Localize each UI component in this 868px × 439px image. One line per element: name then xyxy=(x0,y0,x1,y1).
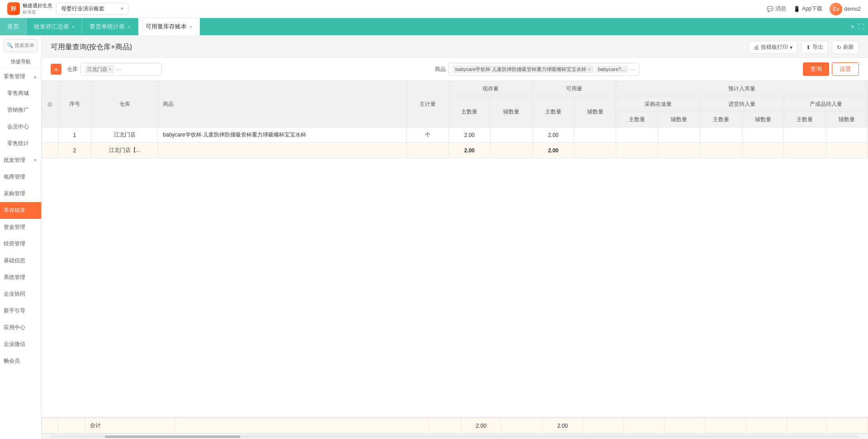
footer-available-main: 2.00 xyxy=(542,418,583,434)
setting-button[interactable]: 设置 xyxy=(832,62,859,76)
warehouse-filter-group: 仓库 江北门店 × ··· xyxy=(67,63,429,76)
warehouse-input[interactable]: 江北门店 × ··· xyxy=(80,63,162,76)
sidebar-item-operations[interactable]: 经营管理 xyxy=(0,236,41,252)
scrollbar-thumb[interactable] xyxy=(105,435,241,438)
cell-settings-sub xyxy=(42,143,58,158)
phone-icon: 📱 xyxy=(793,6,800,12)
horizontal-scrollbar[interactable] xyxy=(51,435,859,438)
product-input[interactable]: babycare学饮杯 儿童防摔防撞吸管杯重力球吸嘴杯宝宝水杯 × babyca… xyxy=(448,63,639,76)
filter-buttons: 查询 设置 xyxy=(803,62,859,76)
th-warehouse: 仓库 xyxy=(91,81,158,127)
nav-tab-end: × ⛶ xyxy=(847,18,868,35)
sidebar-item-app-center[interactable]: 应用中心 xyxy=(0,319,41,336)
sidebar-search-area: 🔍 搜索菜单 xyxy=(0,35,41,56)
th-settings: ⚙ xyxy=(42,81,58,127)
sidebar-item-stock-audit[interactable]: 库存核算 xyxy=(0,202,41,219)
chevron-down-icon: ▾ xyxy=(121,5,123,12)
footer-incoming-main xyxy=(705,418,746,434)
th-incoming-group: 进货待入量 xyxy=(700,97,783,112)
table-row: 1 江北门店 babycare学饮杯 儿童防摔防撞吸管杯重力球吸嘴杯宝宝水杯 个… xyxy=(42,127,868,143)
footer-purchase-aux xyxy=(665,418,705,434)
cell-onhand-main: 2.00 xyxy=(448,127,491,143)
product-more-dots[interactable]: ··· xyxy=(630,66,635,73)
th-planned-in-group: 预计入库量 xyxy=(616,81,868,97)
th-production-group: 产成品待入量 xyxy=(784,97,868,112)
user-avatar-button[interactable]: Ea demo2 xyxy=(830,3,861,15)
sidebar-item-retail-mgmt[interactable]: 零售管理 ▲ xyxy=(0,68,41,85)
tab-order-stats-close[interactable]: × xyxy=(127,24,130,29)
th-unit: 主计量 xyxy=(406,81,448,127)
sidebar-item-marketing[interactable]: 营销推广 xyxy=(0,102,41,118)
footer-incoming-aux xyxy=(746,418,787,434)
logo-text-block: 畅捷通好生意 标准版 xyxy=(23,2,52,15)
tab-receivables-close[interactable]: × xyxy=(72,24,75,29)
tab-available-stock-label: 可用量库存账本 xyxy=(146,23,187,31)
cell-incoming-main-sub xyxy=(700,143,742,158)
tab-receivables[interactable]: 收发存汇总表 × xyxy=(27,18,82,35)
footer-onhand-aux xyxy=(502,418,542,434)
sidebar-item-ecommerce[interactable]: 电商管理 xyxy=(0,169,41,185)
th-available-aux: 辅数量 xyxy=(574,97,616,127)
tab-available-stock[interactable]: 可用量库存账本 × xyxy=(138,18,200,35)
sidebar-item-basic-info[interactable]: 基础信息 xyxy=(0,252,41,269)
product-tag-1-remove[interactable]: × xyxy=(588,66,590,72)
sidebar-item-retail-mall[interactable]: 零售商城 xyxy=(0,85,41,102)
export-button[interactable]: ⬆ 导出 xyxy=(801,41,828,54)
sidebar-item-guide[interactable]: 新手引导 xyxy=(0,302,41,319)
warehouse-more-dots[interactable]: ··· xyxy=(116,66,121,73)
cell-settings xyxy=(42,127,58,143)
message-button[interactable]: 💬 消息 xyxy=(767,5,786,13)
cell-production-aux xyxy=(826,127,868,143)
tab-available-stock-close[interactable]: × xyxy=(189,24,192,29)
sidebar-item-wholesale-mgmt[interactable]: 批发管理 ▼ xyxy=(0,152,41,169)
industry-selector[interactable]: 母婴行业演示账套 ▾ xyxy=(56,3,128,15)
filter-toggle-button[interactable]: » xyxy=(51,64,61,75)
footer-onhand-main: 2.00 xyxy=(461,418,502,434)
tab-home[interactable]: 首页 xyxy=(0,18,27,35)
table-row-subtotal: 2 江北门店【... 2.00 2.00 xyxy=(42,143,868,158)
close-all-tabs-button[interactable]: × xyxy=(851,23,854,30)
query-button[interactable]: 查询 xyxy=(803,62,829,76)
sidebar-item-enterprise[interactable]: 企业协同 xyxy=(0,286,41,302)
cell-incoming-aux xyxy=(742,127,784,143)
cell-product: babycare学饮杯 儿童防摔防撞吸管杯重力球吸嘴杯宝宝水杯 xyxy=(158,127,406,143)
sidebar-item-wechat[interactable]: 企业微信 xyxy=(0,336,41,353)
chevron-down-icon: ▼ xyxy=(33,158,38,163)
sidebar-item-retail-stats[interactable]: 零售统计 xyxy=(0,135,41,152)
cell-onhand-aux xyxy=(491,127,533,143)
refresh-button[interactable]: ↻ 刷新 xyxy=(832,41,859,54)
cell-purchase-aux xyxy=(658,127,700,143)
th-available-main: 主数量 xyxy=(532,97,574,127)
print-button[interactable]: 🖨 按模板打印 ▾ xyxy=(749,41,797,54)
cell-no-sub: 2 xyxy=(58,143,91,158)
sidebar-item-purchase[interactable]: 采购管理 xyxy=(0,185,41,202)
table-area: ⚙ 序号 仓库 商品 主计量 现存量 可用量 预计入库量 主数量 辅数量 主数量 xyxy=(42,81,868,417)
tab-home-label: 首页 xyxy=(7,23,19,31)
table-footer: 合计 2.00 2.00 xyxy=(42,417,868,434)
app-download-button[interactable]: 📱 App下载 xyxy=(793,5,822,13)
cell-no: 1 xyxy=(58,127,91,143)
product-tag-2: babycare?... xyxy=(595,66,628,73)
expand-button[interactable]: ⛶ xyxy=(858,23,864,30)
search-menu-button[interactable]: 🔍 搜索菜单 xyxy=(4,39,38,52)
footer-production-aux xyxy=(827,418,868,434)
warehouse-tag-remove[interactable]: × xyxy=(108,66,111,72)
footer-cell-settings xyxy=(42,418,58,434)
product-label: 商品 xyxy=(435,66,446,73)
cell-unit: 个 xyxy=(406,127,448,143)
sidebar-item-member[interactable]: 畅会员 xyxy=(0,353,41,369)
scroll-bar-area xyxy=(42,434,868,439)
sidebar-item-quick-nav[interactable]: 快捷导航 xyxy=(0,56,41,68)
sidebar-item-member-center[interactable]: 会员中心 xyxy=(0,118,41,135)
cell-available-aux xyxy=(574,127,616,143)
sidebar-item-system[interactable]: 系统管理 xyxy=(0,269,41,286)
sidebar-item-finance[interactable]: 资金管理 xyxy=(0,219,41,236)
tab-receivables-label: 收发存汇总表 xyxy=(34,23,69,31)
warehouse-tag: 江北门店 × xyxy=(85,65,114,74)
filter-area: » 仓库 江北门店 × ··· 商品 babycare学饮杯 儿童防摔防撞吸管杯… xyxy=(42,58,868,81)
content-area: 可用量查询(按仓库+商品) 🖨 按模板打印 ▾ ⬆ 导出 ↻ 刷新 » xyxy=(42,35,868,439)
data-table: ⚙ 序号 仓库 商品 主计量 现存量 可用量 预计入库量 主数量 辅数量 主数量 xyxy=(42,81,868,158)
cell-purchase-main xyxy=(616,127,658,143)
tab-order-stats[interactable]: 要货单统计表 × xyxy=(82,18,138,35)
gear-icon[interactable]: ⚙ xyxy=(47,101,53,108)
